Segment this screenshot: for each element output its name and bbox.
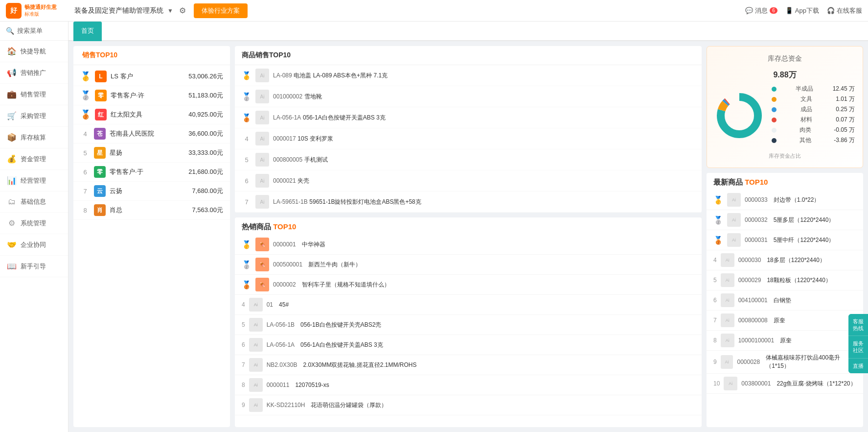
sidebar-item-system[interactable]: ⚙ 系统管理 <box>0 213 68 234</box>
message-item[interactable]: 💬 消息 6 <box>745 6 777 15</box>
tab-home[interactable]: 首页 <box>73 22 102 41</box>
product-name: 中华神器 <box>302 240 325 249</box>
product-image: 🍖 <box>255 238 269 251</box>
float-buttons: 客服 热线 服务 社区 直播 <box>848 314 868 373</box>
sidebar-item-quick-nav[interactable]: 🏠 快捷导航 <box>0 41 68 62</box>
sidebar-item-cooperation[interactable]: 🤝 企业协同 <box>0 234 68 256</box>
rank-number: 8 <box>242 382 245 388</box>
product-sales-item: 🥇 Ai LA-089 电池盖 LA-089 ABS本色+黑种 7.1克 <box>235 65 702 86</box>
product-code: 0000031 <box>745 237 768 243</box>
product-code: 0000030 <box>738 257 761 264</box>
product-thumbnail: Ai <box>255 153 269 167</box>
sidebar-item-basic-info[interactable]: 🗂 基础信息 <box>0 192 68 213</box>
gear-icon[interactable]: ⚙ <box>179 6 186 15</box>
product-name: 056-1A白色按键开关盖ABS 3克 <box>303 114 386 121</box>
rank-number: 5 <box>242 321 245 328</box>
product-info: LA-089 电池盖 LA-089 ABS本色+黑种 7.1克 <box>273 72 695 80</box>
rank-number: 10 <box>713 380 720 387</box>
customer-amount: 7,563.00元 <box>192 206 223 215</box>
medal-icon: 🥇 <box>242 240 251 249</box>
new-product-item: 🥉 Ai 0000031 5厘中纤（1220*2440） <box>707 230 863 250</box>
customer-badge: 云 <box>94 185 106 197</box>
customer-name: 零售客户·许 <box>111 91 184 100</box>
medal-icon: 🥉 <box>242 113 251 122</box>
product-name: 花语萌侣温分罐罐袋（厚款） <box>311 401 387 409</box>
customer-ranking-title: 销售TOP10 <box>80 51 117 60</box>
medal-silver-icon: 🥈 <box>80 90 91 101</box>
online-service-item[interactable]: 🎧 在线客服 <box>827 6 862 15</box>
medal-icon: 🥇 <box>242 71 251 80</box>
mid-panel: 商品销售TOP10 🥇 Ai LA-089 电池盖 LA-089 ABS本色+黑… <box>235 46 702 427</box>
app-download-item[interactable]: 📱 App下载 <box>785 6 819 15</box>
product-name: 5厘中纤（1220*2440） <box>774 236 835 244</box>
float-service-community[interactable]: 服务 社区 <box>848 336 868 359</box>
customer-ranking-panel: 销售TOP10 🥇 L LS 客户 53,006.26元 🥈 零 零售客户·许 … <box>73 46 230 427</box>
customer-badge: 零 <box>95 90 107 101</box>
product-code: LA-056-1A <box>273 114 301 121</box>
product-image: Ai <box>721 355 733 369</box>
product-name: 45# <box>279 301 289 308</box>
rank-number: 6 <box>80 168 90 176</box>
product-thumbnail: Ai <box>255 132 269 145</box>
ranking-item: 7 云 云扬 7,680.00元 <box>73 182 230 201</box>
product-sales-panel: 商品销售TOP10 🥇 Ai LA-089 电池盖 LA-089 ABS本色+黑… <box>235 46 702 213</box>
product-sales-title: 商品销售TOP10 <box>242 51 291 60</box>
donut-legend: 半成品 12.45 万 文具 1.01 万 成品 0.25 万 材料 0.07 … <box>772 85 855 146</box>
system-name: 装备及固定资产辅助管理系统 <box>74 6 163 15</box>
product-code: 0000021 <box>273 177 296 184</box>
rank-number: 5 <box>242 156 251 164</box>
sidebar-item-marketing[interactable]: 📢 营销推广 <box>0 62 68 84</box>
sidebar-item-inventory[interactable]: 📦 库存核算 <box>0 127 68 148</box>
product-name: 10S 变利罗浆 <box>297 135 333 142</box>
search-menu[interactable]: 🔍 搜索菜单 <box>0 22 68 41</box>
rank-number: 5 <box>80 149 90 157</box>
legend-name: 文具 <box>779 95 833 103</box>
product-image: Ai <box>249 298 263 312</box>
product-thumbnail: Ai <box>255 195 269 209</box>
customer-badge: 肖 <box>94 204 106 216</box>
sidebar-item-management[interactable]: 📊 经营管理 <box>0 170 68 192</box>
product-name: 白钢垫 <box>774 296 791 305</box>
legend-item: 成品 0.25 万 <box>772 105 855 114</box>
logo-icon: 好 <box>6 3 22 19</box>
product-sales-list: 🥇 Ai LA-089 电池盖 LA-089 ABS本色+黑种 7.1克 🥈 A… <box>235 65 702 213</box>
float-customer-service[interactable]: 客服 热线 <box>848 314 868 336</box>
dropdown-arrow-icon[interactable]: ▼ <box>167 7 173 14</box>
customer-name: 云扬 <box>110 187 188 195</box>
medal-icon: 🥇 <box>713 195 723 205</box>
legend-value: 1.01 万 <box>836 95 855 103</box>
ranking-item: 4 苍 苍南县人民医院 36,600.00元 <box>73 124 230 144</box>
sidebar-item-guide[interactable]: 📖 新手引导 <box>0 256 68 277</box>
product-name: 体械嘉核味苏打饮品400毫升（1*15） <box>766 354 856 370</box>
inventory-card: 库存总资金 9.88万 <box>707 46 863 168</box>
rank-number: 6 <box>242 341 245 348</box>
new-product-item: 🥈 Ai 0000032 5厘多层（1220*2440） <box>707 210 863 230</box>
product-name: 原奎 <box>780 336 792 345</box>
legend-name: 其他 <box>779 136 831 144</box>
product-name: 手机测试 <box>304 156 328 163</box>
product-code: 0000011 <box>267 382 290 388</box>
product-image: Ai <box>249 378 263 392</box>
product-name: 智利车子里（规格不知道填什么） <box>302 281 390 289</box>
product-name: 原奎 <box>774 316 785 325</box>
legend-name: 肉类 <box>779 126 831 134</box>
product-info: 0000017 10S 变利罗浆 <box>273 135 695 143</box>
logo: 好 畅捷通好生意 标准版 <box>6 3 74 19</box>
float-live[interactable]: 直播 <box>848 359 868 373</box>
rank-number: 4 <box>242 301 245 308</box>
product-sales-item: 🥉 Ai LA-056-1A 056-1A白色按键开关盖ABS 3克 <box>235 107 702 128</box>
new-product-item: 6 Ai 004100001 白钢垫 <box>707 290 863 311</box>
sidebar-item-finance[interactable]: 💰 资金管理 <box>0 148 68 170</box>
product-sales-header: 商品销售TOP10 <box>235 46 702 65</box>
product-image: Ai <box>727 233 741 247</box>
sidebar-item-sales[interactable]: 💼 销售管理 <box>0 84 68 105</box>
product-name: 5厘多层（1220*2440） <box>774 216 835 224</box>
medal-icon: 🥉 <box>713 236 723 245</box>
legend-value: 12.45 万 <box>833 85 855 93</box>
product-code: 0000001 <box>273 241 296 248</box>
customer-amount: 40,925.00元 <box>188 110 223 119</box>
product-image: Ai <box>721 253 734 267</box>
product-image: Ai <box>721 293 734 307</box>
sidebar-item-purchase[interactable]: 🛒 采购管理 <box>0 105 68 127</box>
trial-button[interactable]: 体验行业方案 <box>194 3 248 18</box>
